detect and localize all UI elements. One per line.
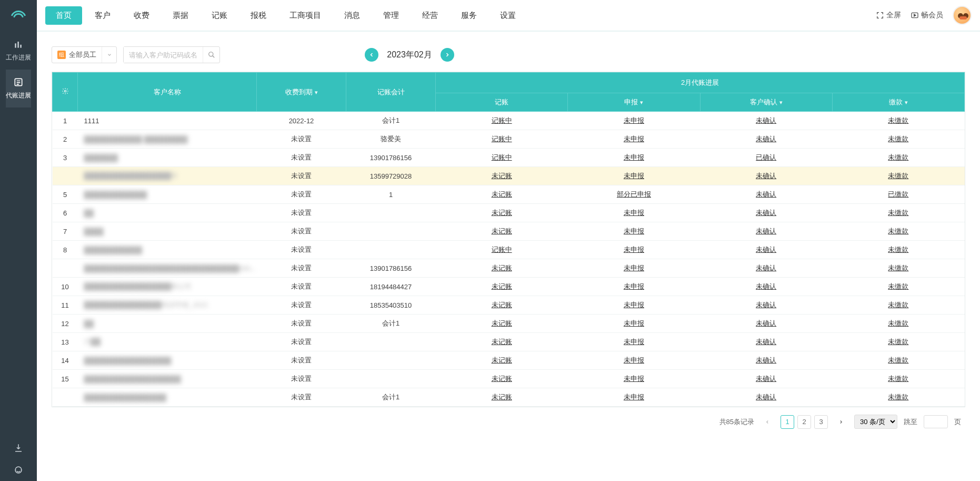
shenbao-link[interactable]: 未申报 — [624, 301, 644, 309]
payment-link[interactable]: 未缴款 — [888, 338, 908, 346]
jizhang-link[interactable]: 未记账 — [492, 393, 512, 401]
shenbao-link[interactable]: 未申报 — [624, 338, 644, 346]
payment-link[interactable]: 未缴款 — [888, 356, 908, 364]
shenbao-link[interactable]: 未申报 — [624, 153, 644, 161]
nav-item-3[interactable]: 票据 — [162, 6, 199, 25]
confirm-link[interactable]: 未确认 — [756, 116, 776, 124]
page-number-1[interactable]: 1 — [781, 415, 794, 429]
table-row[interactable]: 13代██未设置未记账未申报未确认未缴款 — [53, 333, 965, 351]
nav-item-9[interactable]: 经营 — [412, 6, 448, 25]
payment-link[interactable]: 未缴款 — [888, 375, 908, 382]
sidebar-item-1[interactable]: 代账进展 — [6, 70, 31, 107]
nav-item-1[interactable]: 客户 — [84, 6, 121, 25]
col-confirm[interactable]: 客户确认▾ — [700, 93, 832, 112]
payment-link[interactable]: 未缴款 — [888, 172, 908, 180]
jizhang-link[interactable]: 未记账 — [492, 375, 512, 382]
payment-link[interactable]: 未缴款 — [888, 282, 908, 290]
jizhang-link[interactable]: 未记账 — [492, 338, 512, 346]
sidebar-item-0[interactable]: 工作进展 — [6, 32, 31, 70]
next-page-button[interactable] — [834, 415, 848, 429]
payment-link[interactable]: 已缴款 — [888, 190, 908, 198]
jump-page-input[interactable] — [924, 415, 948, 428]
table-row[interactable]: 8████████████未设置记账中未申报未确认未缴款 — [53, 241, 965, 259]
confirm-link[interactable]: 未确认 — [756, 375, 776, 382]
shenbao-link[interactable]: 未申报 — [624, 116, 644, 124]
col-shenbao[interactable]: 申报▾ — [568, 93, 700, 112]
nav-item-5[interactable]: 报税 — [240, 6, 277, 25]
jizhang-link[interactable]: 未记账 — [492, 319, 512, 327]
table-row[interactable]: 5█████████████未设置1未记账部分已申报未确认已缴款 — [53, 185, 965, 204]
nav-item-8[interactable]: 管理 — [373, 6, 409, 25]
nav-item-7[interactable]: 消息 — [334, 6, 371, 25]
shenbao-link[interactable]: 未申报 — [624, 135, 644, 143]
shenbao-link[interactable]: 未申报 — [624, 393, 644, 401]
confirm-link[interactable]: 未确认 — [756, 282, 776, 290]
confirm-link[interactable]: 未确认 — [756, 172, 776, 180]
table-row[interactable]: 10██████████████████限公司未设置18194484427未记账… — [53, 278, 965, 296]
nav-item-10[interactable]: 服务 — [451, 6, 487, 25]
confirm-link[interactable]: 未确认 — [756, 227, 776, 235]
prev-page-button[interactable] — [761, 415, 774, 429]
table-row[interactable]: ██████████████████司未设置13599729028未记账未申报未… — [53, 167, 965, 185]
col-payment[interactable]: 缴款▾ — [832, 93, 964, 112]
table-row[interactable]: 11████████████████培训学校_2022未设置1853540351… — [53, 296, 965, 315]
shenbao-link[interactable]: 未申报 — [624, 319, 644, 327]
jizhang-link[interactable]: 记账中 — [492, 135, 512, 143]
table-row[interactable]: 12██未设置会计1未记账未申报未确认未缴款 — [53, 315, 965, 333]
payment-link[interactable]: 未缴款 — [888, 116, 908, 124]
vip-button[interactable]: 畅会员 — [911, 11, 943, 20]
payment-link[interactable]: 未缴款 — [888, 264, 908, 272]
table-row[interactable]: 3███████未设置13901786156记账中未申报已确认未缴款 — [53, 149, 965, 167]
table-row[interactable]: █████████████████未设置会计1未记账未申报未确认未缴款 — [53, 388, 965, 407]
payment-link[interactable]: 未缴款 — [888, 209, 908, 217]
table-row[interactable]: 14██████████████████未设置未记账未申报未确认未缴款 — [53, 351, 965, 370]
shenbao-link[interactable]: 未申报 — [624, 172, 644, 180]
payment-link[interactable]: 未缴款 — [888, 393, 908, 401]
confirm-link[interactable]: 已确认 — [756, 153, 776, 161]
nav-item-2[interactable]: 收费 — [123, 6, 160, 25]
shenbao-link[interactable]: 未申报 — [624, 356, 644, 364]
jizhang-link[interactable]: 记账中 — [492, 246, 512, 253]
jizhang-link[interactable]: 未记账 — [492, 301, 512, 309]
prev-month-button[interactable] — [365, 48, 378, 62]
page-number-3[interactable]: 3 — [814, 415, 828, 429]
download-icon[interactable] — [0, 437, 37, 459]
payment-link[interactable]: 未缴款 — [888, 227, 908, 235]
nav-item-6[interactable]: 工商项目 — [279, 6, 332, 25]
table-row[interactable]: 6██未设置未记账未申报未确认未缴款 — [53, 204, 965, 222]
shenbao-link[interactable]: 部分已申报 — [617, 190, 651, 198]
payment-link[interactable]: 未缴款 — [888, 301, 908, 309]
jizhang-link[interactable]: 未记账 — [492, 227, 512, 235]
payment-link[interactable]: 未缴款 — [888, 153, 908, 161]
table-row[interactable]: 7████未设置未记账未申报未确认未缴款 — [53, 222, 965, 241]
table-row[interactable]: 111112022-12会计1记账中未申报未确认未缴款 — [53, 112, 965, 130]
table-row[interactable]: 2████████████ █████████未设置骆爱美记账中未申报未确认未缴… — [53, 130, 965, 149]
confirm-link[interactable]: 未确认 — [756, 393, 776, 401]
confirm-link[interactable]: 未确认 — [756, 264, 776, 272]
nav-item-0[interactable]: 首页 — [45, 6, 82, 25]
shenbao-link[interactable]: 未申报 — [624, 264, 644, 272]
confirm-link[interactable]: 未确认 — [756, 356, 776, 364]
nav-item-11[interactable]: 设置 — [489, 6, 526, 25]
page-size-select[interactable]: 30 条/页 — [854, 415, 897, 429]
confirm-link[interactable]: 未确认 — [756, 301, 776, 309]
shenbao-link[interactable]: 未申报 — [624, 246, 644, 253]
page-number-2[interactable]: 2 — [797, 415, 811, 429]
jizhang-link[interactable]: 未记账 — [492, 282, 512, 290]
shenbao-link[interactable]: 未申报 — [624, 227, 644, 235]
jizhang-link[interactable]: 未记账 — [492, 190, 512, 198]
support-icon[interactable] — [0, 459, 37, 481]
confirm-link[interactable]: 未确认 — [756, 338, 776, 346]
confirm-link[interactable]: 未确认 — [756, 190, 776, 198]
table-row[interactable]: 15████████████████████未设置未记账未申报未确认未缴款 — [53, 370, 965, 388]
employee-filter[interactable]: 组 全部员工 — [52, 46, 117, 63]
col-due[interactable]: 收费到期▾ — [257, 73, 346, 112]
shenbao-link[interactable]: 未申报 — [624, 375, 644, 382]
fullscreen-button[interactable]: 全屏 — [876, 11, 901, 20]
payment-link[interactable]: 未缴款 — [888, 135, 908, 143]
jizhang-link[interactable]: 记账中 — [492, 153, 512, 161]
jizhang-link[interactable]: 记账中 — [492, 116, 512, 124]
shenbao-link[interactable]: 未申报 — [624, 209, 644, 217]
payment-link[interactable]: 未缴款 — [888, 319, 908, 327]
confirm-link[interactable]: 未确认 — [756, 246, 776, 253]
